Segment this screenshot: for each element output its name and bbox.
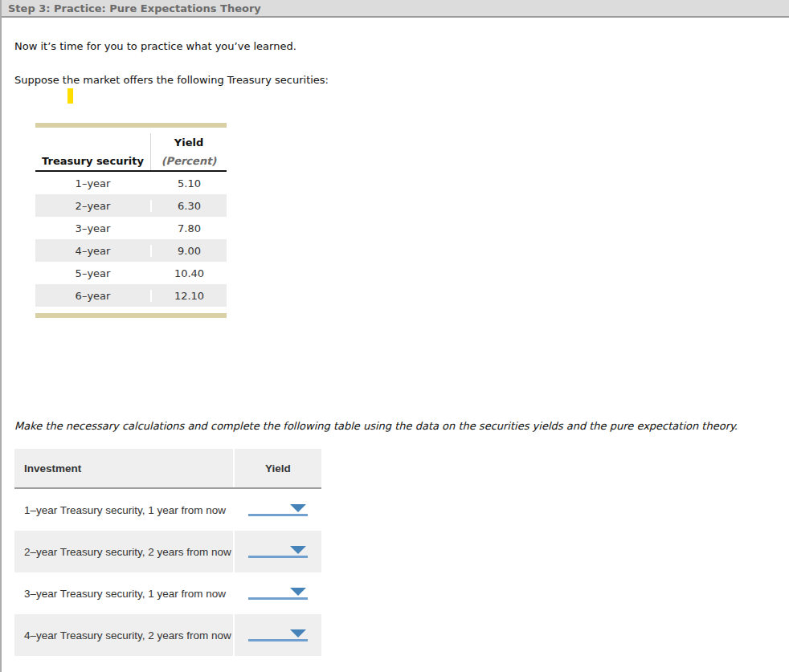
table-bottom-border [35, 313, 227, 318]
yield-dropdown[interactable] [248, 545, 308, 558]
text-cursor-highlight [67, 88, 73, 104]
table-row: 5–year 10.40 [35, 262, 227, 284]
yield-answer-cell [233, 531, 321, 572]
security-column-header: Treasury security [35, 152, 150, 170]
yield-cell: 12.10 [150, 290, 227, 302]
answer-row: 3–year Treasury security, 1 year from no… [14, 572, 321, 614]
intro-text-1: Now it’s time for you to practice what y… [14, 40, 789, 52]
intro-text-2: Suppose the market offers the following … [14, 74, 789, 86]
yield-column-header: Yield [233, 449, 321, 487]
investment-label: 3–year Treasury security, 1 year from no… [14, 588, 233, 600]
page-container: Step 3: Practice: Pure Expectations Theo… [0, 0, 789, 672]
answer-row: 2–year Treasury security, 2 years from n… [14, 531, 321, 572]
investment-label: 4–year Treasury security, 2 years from n… [14, 629, 233, 641]
yield-column-header: Yield [150, 133, 227, 152]
yield-dropdown[interactable] [248, 629, 308, 641]
yield-dropdown[interactable] [248, 587, 308, 600]
step-title-bar: Step 3: Practice: Pure Expectations Theo… [2, 0, 789, 18]
answer-row: 4–year Treasury security, 2 years from n… [14, 614, 321, 656]
securities-table-header: Yield Treasury security (Percent) [35, 128, 227, 172]
yield-cell: 6.30 [150, 200, 227, 212]
security-cell: 4–year [35, 245, 150, 257]
yield-dropdown[interactable] [248, 503, 308, 516]
yield-cell: 5.10 [150, 177, 227, 189]
yield-answer-cell [233, 614, 321, 656]
content-area: Now it’s time for you to practice what y… [2, 40, 789, 656]
chevron-down-icon [290, 546, 306, 554]
investment-label: 1–year Treasury security, 1 year from no… [14, 504, 233, 516]
table-bottom-gap [35, 307, 227, 313]
header-spacer [35, 133, 150, 152]
step-title: Step 3: Practice: Pure Expectations Theo… [8, 2, 261, 14]
yield-cell: 10.40 [150, 267, 227, 279]
security-cell: 5–year [35, 267, 150, 279]
yield-cell: 7.80 [150, 222, 227, 234]
answer-table-header: Investment Yield [14, 449, 321, 489]
security-cell: 2–year [35, 200, 150, 212]
table-row: 1–year 5.10 [35, 172, 227, 194]
table-row: 2–year 6.30 [35, 194, 227, 217]
instruction-text: Make the necessary calculations and comp… [14, 420, 770, 432]
yield-answer-cell [233, 572, 321, 614]
table-row: 4–year 9.00 [35, 239, 227, 262]
security-cell: 3–year [35, 222, 150, 234]
yield-cell: 9.00 [150, 245, 227, 257]
security-cell: 1–year [35, 177, 150, 189]
answer-table: Investment Yield 1–year Treasury securit… [14, 449, 321, 656]
answer-row: 1–year Treasury security, 1 year from no… [14, 489, 321, 531]
table-row: 6–year 12.10 [35, 284, 227, 307]
chevron-down-icon [290, 629, 306, 637]
chevron-down-icon [290, 588, 306, 596]
chevron-down-icon [290, 504, 306, 512]
investment-column-header: Investment [14, 449, 233, 487]
percent-column-subheader: (Percent) [150, 152, 227, 170]
securities-table: Yield Treasury security (Percent) 1–year… [35, 123, 227, 318]
security-cell: 6–year [35, 290, 150, 302]
investment-label: 2–year Treasury security, 2 years from n… [14, 546, 233, 558]
yield-answer-cell [233, 489, 321, 531]
table-row: 3–year 7.80 [35, 217, 227, 239]
